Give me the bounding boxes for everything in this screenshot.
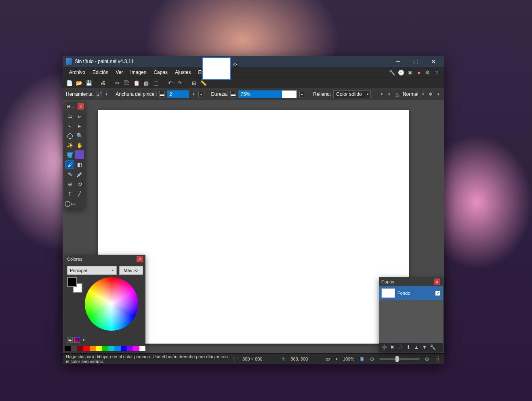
palette-swatch[interactable]: [77, 346, 83, 351]
palette-swatch[interactable]: [96, 346, 102, 351]
crop-icon[interactable]: ▩: [143, 80, 150, 87]
tools-window-icon[interactable]: 🔧: [388, 68, 396, 76]
duplicate-layer-icon[interactable]: ⿻: [397, 344, 404, 351]
menu-ajustes[interactable]: Ajustes: [172, 68, 194, 77]
tool-magic-wand[interactable]: ✨: [65, 141, 74, 150]
more-colors-button[interactable]: Más >>: [119, 266, 143, 275]
palette-swatch[interactable]: [127, 346, 133, 351]
palette-swatch[interactable]: [139, 346, 145, 351]
tool-icon[interactable]: 🖌: [96, 91, 102, 97]
colors-window-icon[interactable]: ●: [415, 68, 423, 76]
document-thumbnail[interactable]: [202, 57, 231, 80]
brush-width-input[interactable]: [167, 90, 189, 98]
alpha-icon[interactable]: ❄: [428, 91, 434, 98]
brush-width-chevron[interactable]: ▾: [191, 92, 196, 96]
palette-chevron[interactable]: ▾: [82, 338, 86, 342]
save-file-icon[interactable]: 💾: [85, 80, 93, 87]
redo-icon[interactable]: ↷: [176, 80, 183, 87]
layers-panel[interactable]: Capas × Fondo ✓ ➕ ✖ ⿻ ⬇ ▲ ▼ 🔧: [379, 277, 443, 352]
open-file-icon[interactable]: 📂: [76, 80, 83, 87]
tool-color-picker[interactable]: 💉: [75, 170, 84, 179]
antialias-icon[interactable]: ✦: [378, 91, 385, 98]
tool-move-selection[interactable]: ▹: [75, 112, 84, 120]
tool-pan[interactable]: ✋: [75, 141, 84, 150]
palette-swatch[interactable]: [108, 346, 114, 351]
zoom-in-icon[interactable]: ⊕: [424, 356, 430, 362]
ruler-icon[interactable]: 📏: [200, 80, 207, 87]
layer-properties-icon[interactable]: 🔧: [429, 344, 436, 351]
blend-icon[interactable]: ◬: [394, 91, 400, 98]
paste-icon[interactable]: 📋: [133, 80, 140, 87]
copy-icon[interactable]: ⿻: [123, 80, 130, 87]
tool-eraser[interactable]: ◧: [75, 160, 84, 169]
close-button[interactable]: ✕: [425, 56, 442, 67]
antialias-chevron[interactable]: ▾: [387, 92, 391, 96]
menu-archivo[interactable]: Archivo: [66, 68, 88, 77]
blend-chevron[interactable]: ▾: [421, 92, 425, 96]
add-layer-icon[interactable]: ➕: [381, 344, 388, 351]
colors-panel[interactable]: Colores × Principal Más >> ⇆ ▾: [65, 255, 145, 351]
palette-swatch[interactable]: [90, 346, 96, 351]
history-window-icon[interactable]: 🕘: [397, 68, 405, 76]
zoom-slider[interactable]: [379, 358, 420, 360]
primary-color-swatch[interactable]: [67, 277, 77, 287]
title-bar[interactable]: Sin título - paint.net v4.3.11 ─ ▢ ✕: [63, 56, 444, 67]
tool-line[interactable]: ╱: [75, 189, 84, 198]
palette-swatch[interactable]: [71, 346, 77, 351]
layers-window-icon[interactable]: ▣: [406, 68, 414, 76]
pin-icon[interactable]: ◇: [233, 61, 237, 67]
tool-ellipse-select[interactable]: ◯: [65, 131, 74, 140]
menu-ver[interactable]: Ver: [112, 68, 126, 77]
tool-dropdown[interactable]: ▾: [104, 92, 109, 96]
deselect-icon[interactable]: ⬚: [152, 80, 160, 87]
palette-strip[interactable]: [65, 346, 145, 351]
help-icon[interactable]: ?: [433, 68, 441, 76]
delete-layer-icon[interactable]: ✖: [389, 344, 396, 351]
palette-swatch[interactable]: [121, 346, 127, 351]
palette-swatch[interactable]: [133, 346, 139, 351]
swap-colors-icon[interactable]: ⇆: [67, 337, 73, 343]
palette-swatch[interactable]: [65, 346, 71, 351]
print-icon[interactable]: 🖨: [99, 80, 107, 87]
menu-edicion[interactable]: Edición: [89, 68, 111, 77]
tool-move-selected[interactable]: ▸: [75, 121, 84, 130]
tools-panel-close[interactable]: ×: [78, 103, 84, 110]
unit-chevron[interactable]: ▾: [334, 357, 339, 361]
tool-clone-stamp[interactable]: ⊛: [65, 179, 74, 188]
tools-panel[interactable]: H... × ▭ ▹ ⌁ ▸ ◯ 🔍 ✨ ✋ 🪣 🖌 ◧ ✎ 💉 ⊛ ⟲ T ╱…: [65, 102, 85, 209]
tool-paint-bucket[interactable]: 🪣: [65, 150, 74, 159]
menu-imagen[interactable]: Imagen: [127, 68, 149, 77]
tool-pencil[interactable]: ✎: [65, 170, 74, 179]
layer-visible-checkbox[interactable]: ✓: [435, 291, 440, 296]
tool-recolor[interactable]: ⟲: [75, 179, 84, 188]
fill-dropdown[interactable]: Color sólido: [333, 90, 371, 98]
hardness-increase[interactable]: ▪: [299, 91, 305, 97]
resize-grip-icon[interactable]: ⣿: [434, 356, 441, 362]
tool-text[interactable]: T: [65, 189, 74, 198]
brush-width-decrease[interactable]: ▬: [159, 91, 165, 97]
tool-paintbrush[interactable]: 🖌: [65, 160, 74, 169]
colors-panel-close[interactable]: ×: [137, 256, 143, 262]
grid-icon[interactable]: ⊞: [190, 80, 198, 87]
unit-label[interactable]: px: [326, 357, 330, 361]
tool-gradient[interactable]: [75, 150, 84, 159]
palette-menu-icon[interactable]: [74, 337, 80, 343]
minimize-button[interactable]: ─: [389, 56, 407, 67]
palette-swatch[interactable]: [114, 346, 120, 351]
hardness-decrease[interactable]: ▬: [230, 91, 236, 97]
undo-icon[interactable]: ↶: [166, 80, 174, 87]
menu-capas[interactable]: Capas: [150, 68, 171, 77]
maximize-button[interactable]: ▢: [407, 56, 425, 67]
window-fit-icon[interactable]: ▣: [358, 356, 365, 362]
settings-icon[interactable]: ⚙: [424, 68, 432, 76]
new-file-icon[interactable]: 📄: [66, 80, 73, 87]
tool-zoom[interactable]: 🔍: [75, 131, 84, 140]
color-target-select[interactable]: Principal: [67, 266, 117, 275]
wheel-cursor[interactable]: [110, 302, 113, 306]
zoom-out-icon[interactable]: ⊖: [369, 356, 375, 362]
layer-row[interactable]: Fondo ✓: [379, 286, 443, 300]
merge-down-icon[interactable]: ⬇: [405, 344, 412, 351]
alpha-chevron[interactable]: ▾: [436, 92, 441, 96]
hardness-slider[interactable]: 75%: [238, 90, 296, 98]
palette-swatch[interactable]: [102, 346, 108, 351]
